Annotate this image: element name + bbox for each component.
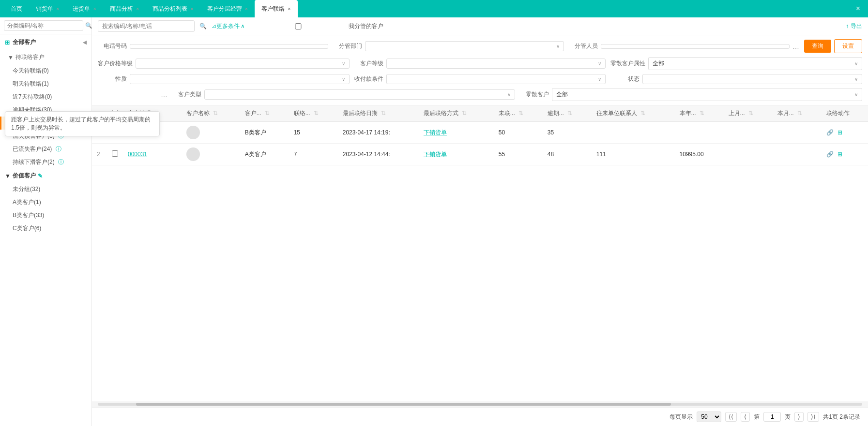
tab-home[interactable]: 首页 (4, 0, 29, 17)
sort-type-icon[interactable]: ⇅ (265, 110, 270, 117)
window-close-button[interactable]: × (852, 4, 864, 13)
sidebar-item-7days[interactable]: 近7天待联络(0) (0, 90, 91, 103)
sort-this-year-icon[interactable]: ⇅ (700, 110, 704, 117)
col-header-last-month[interactable]: 上月... ⇅ (724, 105, 773, 122)
person-input[interactable] (601, 44, 790, 49)
sidebar-item-today[interactable]: 今天待联络(0) (0, 64, 91, 77)
col-header-this-month[interactable]: 本月... ⇅ (773, 105, 822, 122)
sidebar-item-tomorrow[interactable]: 明天待联络(1) (0, 77, 91, 90)
sort-this-month-icon[interactable]: ⇅ (797, 110, 802, 117)
tab-analysis-close[interactable]: × (136, 6, 139, 12)
tab-analysis-list-close[interactable]: × (190, 6, 193, 12)
sidebar-value-title[interactable]: ▼ 价值客户 ✎ (0, 169, 91, 183)
tab-customer-contact[interactable]: 客户联络 × (255, 0, 297, 17)
row-1-grid-icon[interactable]: ⊞ (838, 129, 842, 136)
tab-sales-close[interactable]: × (56, 6, 59, 12)
filter-cell-status: 状态 ∨ (610, 74, 862, 84)
search-input[interactable] (98, 20, 195, 32)
sort-last-date-icon[interactable]: ⇅ (381, 110, 386, 117)
gender-select[interactable]: ∨ (130, 74, 350, 84)
person-more-icon[interactable]: … (792, 43, 799, 50)
sort-last-month-icon[interactable]: ⇅ (748, 110, 753, 117)
row-2-grid-icon[interactable]: ⊞ (838, 151, 842, 158)
scrollbar-thumb[interactable] (136, 403, 671, 406)
sidebar-item-class-c[interactable]: C类客户(6) (0, 222, 91, 235)
tab-customer-contact-close[interactable]: × (288, 6, 290, 12)
sidebar-item-lost[interactable]: 已流失客户(24) ⓘ (0, 143, 91, 156)
filter-cell-retail-attr: 零散客户属性 全部 ∨ (610, 57, 862, 70)
sidebar-item-class-b[interactable]: B类客户(33) (0, 209, 91, 222)
sort-contacts-person-icon[interactable]: ⇅ (640, 110, 645, 117)
sort-contact-icon[interactable]: ⇅ (314, 110, 319, 117)
tab-purchase-close[interactable]: × (93, 6, 96, 12)
tab-analysis[interactable]: 商品分析 × (103, 0, 146, 17)
sort-unlocked-icon[interactable]: ⇅ (518, 110, 523, 117)
sidebar-pending-title[interactable]: ▼ 待联络客户 (0, 50, 91, 64)
row-2-select[interactable] (112, 150, 118, 157)
row-1-this-month (773, 122, 822, 144)
col-header-this-year[interactable]: 本年... ⇅ (675, 105, 724, 122)
col-header-contact[interactable]: 联络... ⇅ (289, 105, 338, 122)
dept-select[interactable]: ∨ (365, 41, 563, 51)
last-page-button[interactable]: ⟩⟩ (807, 412, 819, 422)
col-header-overdue[interactable]: 逾期... ⇅ (543, 105, 592, 122)
more-filters-dots[interactable]: … (161, 91, 168, 99)
col-header-action: 联络动作 (822, 105, 868, 122)
retail-attr-select[interactable]: 全部 ∨ (648, 57, 862, 70)
gender-chevron-icon: ∨ (342, 76, 345, 82)
tab-customer-layer[interactable]: 客户分层经营 × (200, 0, 255, 17)
my-customers-checkbox[interactable]: 我分管的客户 (250, 22, 383, 30)
row-2-avatar (186, 147, 200, 161)
phone-input[interactable] (130, 44, 328, 49)
prev-page-button[interactable]: ⟨ (741, 412, 750, 422)
more-filter-button[interactable]: ⊿ 更多条件 ∧ (212, 22, 245, 30)
sort-name-icon[interactable]: ⇅ (213, 110, 218, 117)
tab-sales[interactable]: 销货单 × (29, 0, 66, 17)
price-level-select[interactable]: ∨ (136, 59, 350, 69)
row-2-last-method[interactable]: 下销货单 (419, 144, 494, 165)
col-header-type[interactable]: 客户... ⇅ (240, 105, 289, 122)
table-area: ⚙ 客户编码 ⇅ 客户名称 ⇅ (92, 105, 868, 401)
sidebar: 🔍 ⊞ 全部客户 ◀ ▼ 待联络客户 今天待联络(0) 明天待联络(1) 近7天… (0, 17, 92, 426)
horizontal-scrollbar[interactable] (92, 401, 868, 407)
col-header-last-method[interactable]: 最后联络方式 ⇅ (419, 105, 494, 122)
sort-last-method-icon[interactable]: ⇅ (462, 110, 467, 117)
retail-customer-select[interactable]: 全部 ∨ (552, 88, 863, 101)
value-edit-icon[interactable]: ✎ (38, 173, 43, 179)
my-customers-input[interactable] (250, 23, 347, 29)
sidebar-item-ungroup[interactable]: 未分组(32) (0, 183, 91, 196)
page-input[interactable] (763, 412, 781, 422)
row-1-link-icon[interactable]: 🔗 (826, 129, 834, 136)
customer-type-select[interactable]: ∨ (204, 89, 515, 100)
tab-purchase[interactable]: 进货单 × (66, 0, 103, 17)
tab-analysis-list[interactable]: 商品分析列表 × (146, 0, 200, 17)
tab-customer-layer-close[interactable]: × (245, 6, 248, 12)
row-2-checkbox[interactable] (107, 144, 123, 165)
filter-cell-customer-type: 客户类型 ∨ (172, 89, 515, 100)
search-icon[interactable]: 🔍 (199, 23, 207, 29)
col-header-unlocked[interactable]: 未联... ⇅ (494, 105, 543, 122)
row-1-last-method[interactable]: 下销货单 (419, 122, 494, 144)
sidebar-search-input[interactable] (4, 20, 83, 31)
row-2-link-icon[interactable]: 🔗 (826, 151, 834, 158)
customer-level-select[interactable]: ∨ (386, 59, 606, 69)
query-button[interactable]: 查询 (804, 40, 831, 53)
status-select[interactable]: ∨ (642, 74, 862, 84)
payment-select[interactable]: ∨ (386, 74, 606, 84)
col-header-name[interactable]: 客户名称 ⇅ (182, 105, 240, 122)
export-button[interactable]: ↑ 导出 (846, 22, 862, 30)
page-label: 第 (754, 413, 760, 421)
col-header-last-date[interactable]: 最后联络日期 ⇅ (338, 105, 419, 122)
per-page-select[interactable]: 50 100 200 (697, 411, 721, 422)
sidebar-all-customers[interactable]: ⊞ 全部客户 ◀ (0, 34, 91, 50)
sort-overdue-icon[interactable]: ⇅ (567, 110, 572, 117)
first-page-button[interactable]: ⟨⟨ (725, 412, 737, 422)
settings-button[interactable]: 设置 (834, 39, 862, 53)
sidebar-item-declining[interactable]: 持续下滑客户(2) ⓘ (0, 156, 91, 169)
grid-icon: ⊞ (5, 39, 10, 46)
sidebar-item-class-a[interactable]: A类客户(1) (0, 196, 91, 209)
next-page-button[interactable]: ⟩ (794, 412, 804, 422)
sidebar-search-icon[interactable]: 🔍 (85, 22, 92, 29)
col-header-contacts-person[interactable]: 往来单位联系人 ⇅ (592, 105, 675, 122)
row-2-code[interactable]: 000031 (123, 144, 182, 165)
